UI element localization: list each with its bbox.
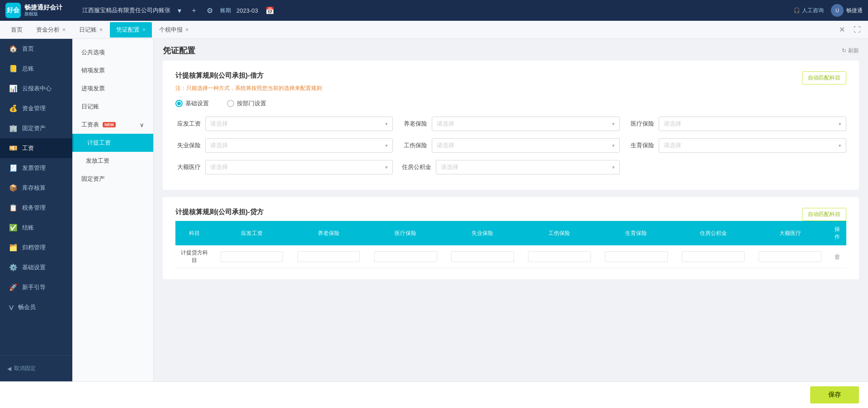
sidebar-item-salary[interactable]: 💴 工资	[0, 138, 72, 158]
sidebar-item-vip[interactable]: V 畅会员	[0, 297, 72, 317]
sub-item-sales-invoice[interactable]: 销项发票	[72, 61, 153, 80]
cell-zhufang-value	[675, 245, 752, 268]
col-zhufang: 住房公积金	[675, 221, 752, 245]
service-button[interactable]: 🎧 人工咨询	[793, 7, 824, 14]
add-icon[interactable]: ＋	[189, 4, 199, 17]
page-title: 凭证配置	[163, 45, 195, 56]
settings-icon[interactable]: ⚙	[205, 5, 215, 17]
expand-icon: ∨	[140, 122, 144, 128]
company-dropdown-icon[interactable]: ▾	[176, 5, 183, 17]
debit-section-title: 计提核算规则(公司承担)-借方	[175, 71, 846, 80]
sidebar-label-ledger: 总账	[22, 65, 34, 73]
select-yingfa-gongzi[interactable]: 请选择 ▾	[205, 117, 393, 131]
tab-expand-button[interactable]: ⛶	[851, 23, 863, 36]
sidebar-item-home[interactable]: 🏠 首页	[0, 39, 72, 59]
tab-tax-close[interactable]: ×	[185, 27, 189, 33]
tab-voucher[interactable]: 凭证配置 ×	[110, 22, 152, 38]
input-yiliao[interactable]	[374, 251, 437, 262]
refresh-button[interactable]: ↻ 刷新	[842, 47, 859, 55]
calendar-icon[interactable]: 📅	[264, 5, 276, 17]
input-zhufang[interactable]	[682, 251, 745, 262]
debit-form-grid: 应发工资 请选择 ▾ 养老保险 请选择 ▾ 医疗保险 请选	[175, 117, 846, 174]
sub-item-fixed-assets[interactable]: 固定资产	[72, 170, 153, 188]
field-shengyu-baoxian: 生育保险 请选择 ▾	[629, 138, 846, 153]
select-shiye-baoxian[interactable]: 请选择 ▾	[205, 138, 393, 153]
debit-auto-match-button[interactable]: 自动匹配科目	[802, 71, 846, 84]
sub-sidebar: 公共选项 销项发票 进项发票 日记账 工资表 NEW ∨ 计提工资 发放工资 固…	[72, 39, 154, 381]
radio-basic-dot	[177, 102, 181, 105]
sub-item-payroll-table[interactable]: 工资表 NEW ∨	[72, 116, 153, 134]
sub-item-journal[interactable]: 日记账	[72, 98, 153, 116]
sub-item-public[interactable]: 公共选项	[72, 43, 153, 61]
sidebar-item-tax[interactable]: 📋 税务管理	[0, 198, 72, 218]
input-yingfa[interactable]	[221, 251, 283, 262]
guide-icon: 🚀	[9, 283, 18, 291]
period-label: 账期	[220, 7, 231, 14]
sidebar-label-report: 云报表中心	[22, 84, 52, 93]
select-shengyu-placeholder: 请选择	[664, 141, 681, 150]
user-area[interactable]: U 畅捷通	[831, 4, 863, 17]
select-shengyu-baoxian[interactable]: 请选择 ▾	[659, 138, 846, 153]
radio-dept[interactable]: 按部门设置	[227, 99, 266, 108]
sub-item-purchase-invoice[interactable]: 进项发票	[72, 80, 153, 98]
save-button[interactable]: 保存	[810, 386, 859, 403]
tab-journal-close[interactable]: ×	[99, 27, 103, 33]
credit-auto-match-button[interactable]: 自动匹配科目	[802, 208, 846, 221]
tab-journal[interactable]: 日记账 ×	[73, 22, 109, 38]
tab-voucher-close[interactable]: ×	[142, 27, 146, 33]
delete-row-button[interactable]: 🗑	[834, 253, 840, 260]
content-area: 凭证配置 ↻ 刷新 自动匹配科目 计提核算规则(公司承担)-借方 注：只能选择一…	[154, 39, 868, 381]
select-daejin-placeholder: 请选择	[210, 163, 228, 171]
select-yiliao-baoxian[interactable]: 请选择 ▾	[659, 117, 846, 131]
report-icon: 📊	[9, 84, 18, 93]
sidebar-item-assets[interactable]: 🏢 固定资产	[0, 118, 72, 138]
sidebar-label-guide: 新手引导	[22, 283, 46, 291]
radio-basic[interactable]: 基础设置	[175, 99, 209, 108]
sub-item-accrue-salary[interactable]: 计提工资	[72, 134, 153, 152]
radio-dept-circle	[227, 100, 234, 107]
select-yanglao-baoxian[interactable]: 请选择 ▾	[432, 117, 619, 131]
col-yiliao: 医疗保险	[367, 221, 444, 245]
input-shiye[interactable]	[451, 251, 514, 262]
logo-abbr: 好会	[7, 6, 19, 14]
select-gongshang-baoxian[interactable]: 请选择 ▾	[432, 138, 619, 153]
tab-tax-label: 个税申报	[159, 26, 183, 34]
tab-capital-close[interactable]: ×	[62, 27, 66, 33]
credit-section: 自动匹配科目 计提核算规则(公司承担)-贷方 科目 应发工资 养老保险 医疗保险…	[163, 197, 859, 279]
input-yanglao[interactable]	[297, 251, 360, 262]
sidebar-label-capital: 资金管理	[22, 104, 46, 113]
sidebar-item-report[interactable]: 📊 云报表中心	[0, 79, 72, 98]
input-shengyu[interactable]	[605, 251, 668, 262]
sidebar-item-settle[interactable]: ✅ 结账	[0, 218, 72, 238]
tab-capital[interactable]: 资金分析 ×	[30, 22, 72, 38]
vip-icon: V	[9, 304, 14, 311]
sidebar-item-guide[interactable]: 🚀 新手引导	[0, 277, 72, 297]
user-name: 畅捷通	[846, 7, 863, 14]
select-yingfa-placeholder: 请选择	[210, 120, 228, 128]
select-daejin-yiliao[interactable]: 请选择 ▾	[205, 160, 393, 174]
sidebar-item-settings[interactable]: ⚙️ 基础设置	[0, 258, 72, 277]
input-daejin[interactable]	[759, 251, 821, 262]
headset-icon: 🎧	[793, 7, 800, 14]
tab-close-button[interactable]: ✕	[835, 23, 848, 36]
cancel-fixed-button[interactable]: ◀ 取消固定	[0, 360, 72, 377]
input-gongshang[interactable]	[528, 251, 591, 262]
tab-journal-label: 日记账	[79, 26, 97, 34]
avatar: U	[831, 4, 844, 17]
field-yingfa-gongzi: 应发工资 请选择 ▾	[175, 117, 393, 131]
cell-daejin-value	[752, 245, 829, 268]
tab-home[interactable]: 首页	[5, 22, 29, 38]
sidebar-item-invoice[interactable]: 🧾 发票管理	[0, 158, 72, 178]
select-zhufang-gongjijin[interactable]: 请选择 ▾	[436, 160, 619, 174]
sidebar: 🏠 首页 📒 总账 📊 云报表中心 💰 资金管理 🏢 固定资产 💴 工资 🧾 发…	[0, 39, 72, 381]
debit-section: 自动匹配科目 计提核算规则(公司承担)-借方 注：只能选择一种方式，系统将按照您…	[163, 61, 859, 190]
select-zhufang-placeholder: 请选择	[441, 163, 458, 171]
sidebar-item-capital[interactable]: 💰 资金管理	[0, 98, 72, 118]
sidebar-item-ledger[interactable]: 📒 总账	[0, 59, 72, 79]
sidebar-item-inventory[interactable]: 📦 库存核算	[0, 178, 72, 198]
sub-item-pay-salary[interactable]: 发放工资	[72, 152, 153, 170]
cell-yingfa-value	[213, 245, 290, 268]
sidebar-item-archive[interactable]: 🗂️ 归档管理	[0, 238, 72, 258]
top-center: 江西服宝精品有限责任公司内账张 ▾ ＋ ⚙ 账期 2023-03 📅	[78, 4, 793, 17]
tab-tax[interactable]: 个税申报 ×	[153, 22, 195, 38]
